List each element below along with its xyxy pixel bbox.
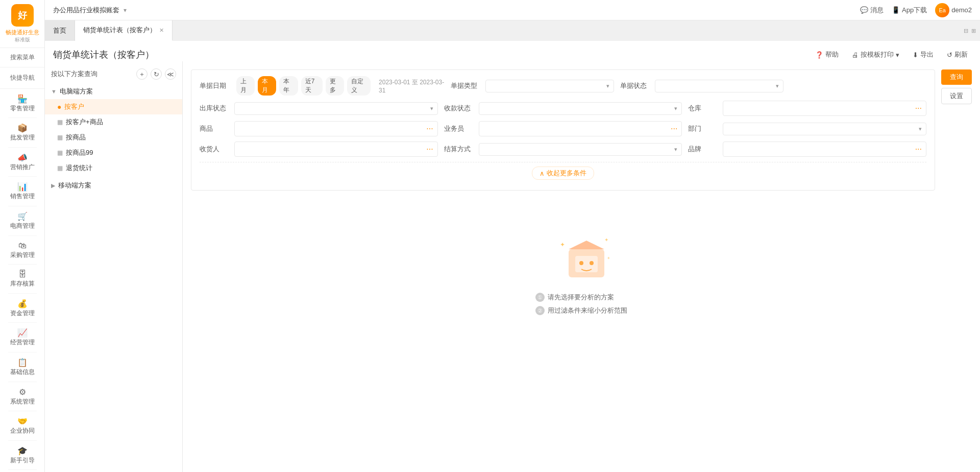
svg-text:✦: ✦ [607,256,610,261]
scheme-icon-2: ▦ [57,134,63,141]
filter-salesman-input[interactable]: ··· [479,121,682,136]
sidebar-item-4[interactable]: 🛒 电商管理 [8,206,37,236]
tree-mobile-expand-icon: ▶ [51,182,55,189]
filter-settlement-input[interactable]: ▾ [479,143,682,156]
tree-item-goods99[interactable]: ▦ 按商品99 [45,145,182,160]
sidebar-item-8[interactable]: 📈 经营管理 [8,323,37,352]
sidebar-item-2[interactable]: 📣 营销推广 [8,148,37,177]
main-area: 办公用品行业模拟账套 ▾ 💬 消息 📱 App下载 Ea demo2 首页 [45,0,980,472]
filter-receipt-status-input[interactable]: ▾ [479,102,682,115]
left-panel-title: 按以下方案查询 [51,69,97,79]
print-dropdown-icon[interactable]: ▾ [896,51,899,59]
sidebar-label-5: 采购管理 [10,251,35,259]
sidebar-item-9[interactable]: 📋 基础信息 [8,352,37,382]
page-title: 销货单统计表（按客户） [53,49,154,61]
sidebar-label-2: 营销推广 [10,163,35,172]
tree-desktop-group[interactable]: ▼ 电脑端方案 [45,84,182,99]
svg-text:✦: ✦ [604,237,608,243]
sidebar-item-13[interactable]: 🔲 应用中心 [8,470,37,472]
sidebar-item-11[interactable]: 🤝 企业协同 [8,411,37,441]
filter-warehouse-input[interactable]: ··· [723,101,926,116]
sidebar-label-1: 批发管理 [10,134,35,142]
filter-doc-type-input[interactable]: ▾ [485,80,614,92]
sidebar-label-11: 企业协同 [10,427,35,435]
tree-mobile-label: 移动端方案 [58,181,91,190]
date-pill-last-month[interactable]: 上月 [236,76,255,96]
date-pill-7days[interactable]: 近7天 [301,76,323,96]
export-label: 导出 [920,50,934,59]
query-button[interactable]: 查询 [941,69,972,85]
refresh-label: 刷新 [954,50,968,59]
filter-warehouse-item: 仓库 ··· [688,101,926,116]
sidebar-item-1[interactable]: 📦 批发管理 [8,118,37,148]
receiver-dots-icon[interactable]: ··· [426,145,433,154]
sidebar-item-5[interactable]: 🛍 采购管理 [8,236,37,265]
tip-text-2: 用过滤条件来缩小分析范围 [548,306,627,315]
filter-receiver-input[interactable]: ··· [234,141,438,157]
sidebar-item-0[interactable]: 🏪 零售管理 [8,89,37,119]
tree-item-returns[interactable]: ▦ 退货统计 [45,160,182,176]
left-panel: 按以下方案查询 + ↻ ≪ ▼ 电脑端方案 ● 按客户 [45,61,183,472]
tab-close-icon[interactable]: ✕ [159,27,164,34]
filter-doc-status-input[interactable]: ▾ [655,80,783,92]
sidebar-search-area[interactable]: 搜索菜单 [0,48,44,67]
collapse-up-icon: ∧ [540,170,545,177]
topbar-dropdown-icon[interactable]: ▾ [124,7,127,14]
add-scheme-button[interactable]: + [136,68,148,80]
tab-maximize-icon[interactable]: ⊞ [971,28,976,34]
export-button[interactable]: ⬇ 导出 [909,48,938,61]
filter-settlement-label: 结算方式 [444,145,475,154]
sidebar-label-12: 新手引导 [10,457,35,465]
sidebar-icon-5: 🛍 [18,241,27,250]
warehouse-dots-icon[interactable]: ··· [915,104,922,113]
tab-sales-stats-label: 销货单统计表（按客户） [83,26,156,35]
goods-dots-icon[interactable]: ··· [426,124,433,133]
svg-rect-2 [575,256,598,272]
tab-minimize-icon[interactable]: ⊟ [964,28,968,34]
logo-area: 好 畅捷通好生意标准版 [0,0,44,48]
tree-mobile-group[interactable]: ▶ 移动端方案 [45,178,182,193]
user-area[interactable]: Ea demo2 [935,3,972,17]
filter-brand-input[interactable]: ··· [723,141,926,157]
tab-home-label: 首页 [53,26,66,35]
tab-home[interactable]: 首页 [45,20,75,41]
quick-nav-label[interactable]: 快捷导航 [0,72,44,84]
print-button[interactable]: 🖨 按模板打印 ▾ [848,48,903,61]
filter-goods-input[interactable]: ··· [234,121,438,136]
collapse-label: 收起更多条件 [547,169,586,178]
salesman-dots-icon[interactable]: ··· [671,124,677,133]
sidebar-item-6[interactable]: 🗄 库存核算 [8,265,37,294]
topbar-title: 办公用品行业模拟账套 [53,6,119,15]
help-button[interactable]: ❓ 帮助 [811,48,843,61]
sidebar-item-7[interactable]: 💰 资金管理 [8,294,37,323]
sidebar-item-10[interactable]: ⚙ 系统管理 [8,382,37,412]
date-pill-this-year[interactable]: 本年 [279,76,298,96]
sidebar-quick-nav[interactable]: 快捷导航 [0,67,44,89]
collapse-button[interactable]: ∧ 收起更多条件 [532,167,594,180]
date-pill-custom[interactable]: 自定义 [347,76,371,96]
tree-item-customer-goods[interactable]: ▦ 按客户+商品 [45,114,182,130]
refresh-button[interactable]: ↺ 刷新 [943,48,972,61]
sidebar-icon-9: 📋 [17,358,28,367]
tab-sales-stats[interactable]: 销货单统计表（按客户） ✕ [75,20,173,41]
tree-item-by-customer[interactable]: ● 按客户 [45,99,182,114]
sidebar-item-3[interactable]: 📊 销售管理 [8,177,37,206]
settings-button[interactable]: 设置 [941,88,972,104]
app-download-button[interactable]: 📱 App下载 [892,6,927,15]
left-panel-actions: + ↻ ≪ [136,68,176,80]
sidebar-label-7: 资金管理 [10,310,35,318]
filter-out-status-input[interactable]: ▾ [234,102,438,115]
date-pill-this-month[interactable]: 本月 [258,76,276,96]
refresh-scheme-button[interactable]: ↻ [151,68,162,80]
brand-dots-icon[interactable]: ··· [915,145,922,154]
tree-item-goods[interactable]: ▦ 按商品 [45,130,182,145]
collapse-panel-button[interactable]: ≪ [165,68,176,80]
sidebar-item-12[interactable]: 🎓 新手引导 [8,441,37,470]
filter-dept-input[interactable]: ▾ [723,123,926,135]
filter-dept-label: 部门 [688,124,719,133]
message-button[interactable]: 💬 消息 [860,6,884,15]
svg-point-4 [590,261,594,265]
search-menu-label[interactable]: 搜索菜单 [3,53,41,62]
date-pill-more[interactable]: 更多 [326,76,344,96]
topbar-right: 💬 消息 📱 App下载 Ea demo2 [860,3,972,17]
